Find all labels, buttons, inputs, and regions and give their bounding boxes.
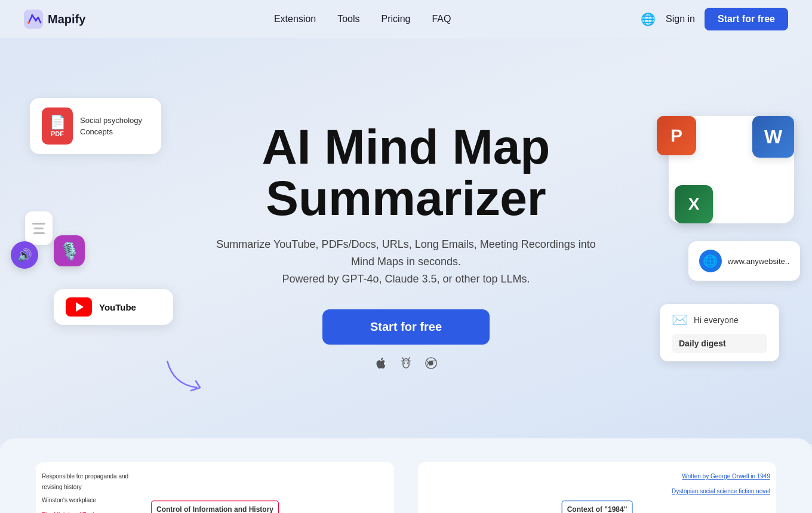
ms-icons-group: P W X — [657, 116, 794, 223]
nav-faq[interactable]: FAQ — [432, 14, 451, 24]
hero-subtitle: Summarize YouTube, PDFs/Docs, URLs, Long… — [216, 236, 596, 287]
chrome-icon — [425, 357, 438, 373]
podcast-icon: 🎙️ — [54, 235, 85, 266]
play-icon — [76, 302, 84, 312]
mindmap-preview: Control of Information and History Respo… — [36, 462, 776, 513]
right-center-node: Context of "1984" — [562, 500, 633, 513]
nav-links: Extension Tools Pricing FAQ — [274, 14, 451, 24]
android-icon — [399, 357, 413, 373]
word-icon: W — [752, 116, 794, 158]
youtube-card: YouTube — [54, 289, 173, 325]
pdf-tag2: Concepts — [80, 127, 142, 136]
nav-tools[interactable]: Tools — [337, 14, 359, 24]
pdf-tag1: Social psychology — [80, 116, 142, 125]
svg-point-5 — [407, 363, 408, 364]
nav-pricing[interactable]: Pricing — [382, 14, 411, 24]
svg-point-4 — [404, 363, 405, 364]
mindmap-left: Control of Information and History Respo… — [36, 462, 394, 513]
email-card: ✉️ Hi everyone Daily digest — [660, 304, 779, 361]
nav-right: 🌐 Sign in Start for free — [639, 8, 788, 30]
rnode-2: Dystopian social science fiction novel — [672, 486, 770, 497]
hero-title: AI Mind Map Summarizer — [262, 121, 550, 224]
excel-icon: X — [675, 185, 713, 223]
rnode-1: Written by George Orwell in 1949 — [682, 471, 770, 482]
youtube-logo — [66, 297, 92, 317]
doc-lines-icon — [25, 211, 53, 245]
arrow-decoration — [161, 355, 209, 399]
website-card: 🌐 www.anywebsite.. — [688, 241, 800, 281]
platform-icons-row — [374, 357, 438, 373]
email-icon: ✉️ — [672, 312, 688, 328]
hero-section: 📄 PDF Social psychology Concepts 🔊 🎙️ Yo… — [0, 38, 812, 444]
apple-icon — [374, 357, 387, 373]
svg-point-3 — [35, 19, 37, 21]
left-center-node: Control of Information and History — [151, 500, 279, 513]
svg-rect-0 — [24, 10, 43, 29]
signin-link[interactable]: Sign in — [666, 14, 695, 24]
svg-point-2 — [31, 14, 33, 17]
node-2: Winston's workplace — [42, 495, 96, 506]
web-globe-icon: 🌐 — [699, 250, 722, 272]
powerpoint-icon: P — [657, 116, 696, 155]
mapify-logo-icon — [24, 10, 43, 29]
pdf-icon: 📄 PDF — [42, 107, 73, 145]
svg-point-1 — [27, 21, 30, 24]
nav-cta-button[interactable]: Start for free — [705, 8, 788, 30]
hero-cta-area: Start for free — [322, 309, 490, 373]
hero-cta-button[interactable]: Start for free — [322, 309, 490, 345]
logo-text: Mapify — [48, 13, 85, 26]
email-digest: Daily digest — [672, 334, 767, 353]
logo[interactable]: Mapify — [24, 10, 85, 29]
nav-extension[interactable]: Extension — [274, 14, 316, 24]
mindmap-section: Control of Information and History Respo… — [0, 438, 812, 513]
pdf-card: 📄 PDF Social psychology Concepts — [30, 98, 161, 154]
node-ministry: The Ministry of Truth — [42, 510, 96, 513]
language-icon[interactable]: 🌐 — [639, 11, 656, 27]
audio-icon: 🔊 — [11, 241, 38, 269]
website-url: www.anywebsite.. — [728, 257, 789, 266]
node-1: Responsible for propaganda andrevising h… — [42, 471, 128, 493]
email-greeting: Hi everyone — [694, 315, 739, 325]
youtube-text: YouTube — [99, 302, 136, 312]
navbar: Mapify Extension Tools Pricing FAQ 🌐 Sig… — [0, 0, 812, 38]
mindmap-right: Context of "1984" Written by George Orwe… — [418, 462, 776, 513]
